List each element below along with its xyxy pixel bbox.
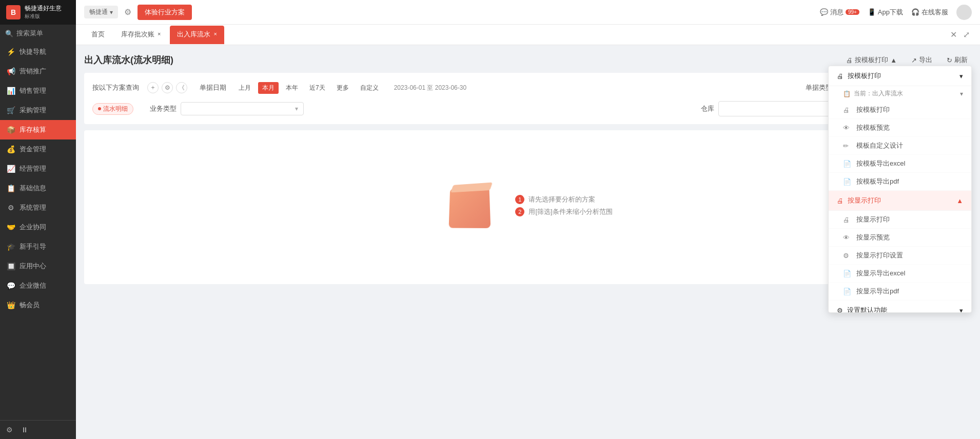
display-print-header-icon: 🖨	[837, 197, 844, 205]
message-button[interactable]: 💬 消息 99+	[820, 8, 859, 17]
filter-settings-button[interactable]: ⚙	[162, 82, 173, 93]
date-btn-more[interactable]: 更多	[332, 82, 353, 94]
topbar-gear-icon[interactable]: ⚙	[124, 7, 131, 17]
sidebar-item-label: 企业微信	[19, 281, 46, 290]
page-content: 出入库流水(流水明细) 🖨 按模板打印 ▲ ↗ 导出 ↻ 刷新	[76, 45, 980, 439]
search-icon: 🔍	[5, 30, 13, 37]
tab-close-all-button[interactable]: ✕	[948, 28, 959, 42]
tab-expand-button[interactable]: ⤢	[961, 28, 972, 42]
user-name: 畅捷通	[89, 8, 108, 16]
printer-icon: 🖨	[846, 56, 853, 64]
date-btn-7days[interactable]: 近7天	[305, 82, 329, 94]
template-print-item[interactable]: 🖨 按模板打印	[829, 101, 971, 119]
sidebar-item-appstore[interactable]: 🔲 应用中心	[0, 256, 76, 276]
display-print-label: 按显示打印	[856, 215, 890, 224]
current-arrow: ▾	[960, 90, 963, 97]
tip-num-1: 1	[515, 195, 524, 204]
sidebar-item-marketing[interactable]: 📢 营销推广	[0, 62, 76, 81]
user-avatar[interactable]	[956, 5, 972, 20]
section2-arrow: ▲	[956, 197, 963, 205]
date-filter-buttons: 上月 本月 本年 近7天 更多 自定义	[234, 82, 383, 94]
template-preview-label: 按模板预览	[856, 123, 890, 132]
template-excel-icon: 📄	[843, 160, 851, 168]
refresh-button[interactable]: ↻ 刷新	[943, 53, 972, 67]
sidebar-item-quick-nav[interactable]: ⚡ 快捷导航	[0, 42, 76, 62]
tab-batch-account[interactable]: 库存批次账 ×	[114, 26, 168, 44]
display-print-section-header[interactable]: 🖨 按显示打印 ▲	[829, 191, 971, 211]
sidebar-item-system[interactable]: ⚙ 系统管理	[0, 198, 76, 217]
tab-home[interactable]: 首页	[84, 26, 112, 44]
sidebar-settings-icon[interactable]: ⚙	[6, 426, 13, 434]
sidebar-item-guide[interactable]: 🎓 新手引导	[0, 237, 76, 256]
template-print-section-header[interactable]: 🖨 按模板打印 ▾	[829, 66, 971, 86]
warehouse-label: 仓库	[701, 104, 714, 113]
display-pdf-label: 按显示导出pdf	[856, 287, 899, 296]
warehouse-select[interactable]: ···	[718, 101, 841, 116]
display-settings-icon: ⚙	[843, 252, 851, 260]
template-preview-icon: 👁	[843, 124, 851, 132]
date-btn-this-month[interactable]: 本月	[258, 82, 279, 94]
filter-actions: + ⚙ 《	[147, 82, 187, 93]
default-settings-label: 设置默认功能	[847, 306, 887, 312]
sidebar-item-collab[interactable]: 🤝 企业协同	[0, 217, 76, 237]
display-excel-item[interactable]: 📄 按显示导出excel	[829, 265, 971, 283]
filter-collapse-icon[interactable]: 《	[176, 82, 187, 93]
sidebar-search[interactable]: 🔍 搜索菜单	[0, 25, 76, 42]
sidebar-item-wechat[interactable]: 💬 企业微信	[0, 276, 76, 295]
default-settings-icon: ⚙	[837, 307, 843, 313]
sidebar-toggle-icon[interactable]: ⏸	[21, 426, 28, 434]
sidebar-item-label: 库存核算	[19, 125, 46, 134]
tab-flow-close[interactable]: ×	[213, 31, 217, 37]
app-download-button[interactable]: 📱 App下载	[868, 8, 903, 17]
template-preview-item[interactable]: 👁 按模板预览	[829, 119, 971, 137]
dropdown-arrow-icon: ▾	[110, 9, 113, 16]
display-print-settings-item[interactable]: ⚙ 按显示打印设置	[829, 247, 971, 265]
current-template-icon: 📋	[843, 90, 851, 97]
sidebar-item-label: 系统管理	[19, 203, 46, 212]
quick-nav-icon: ⚡	[6, 48, 15, 56]
sidebar-item-basic[interactable]: 📋 基础信息	[0, 178, 76, 198]
message-icon: 💬	[820, 8, 828, 16]
refresh-icon: ↻	[947, 56, 952, 64]
trial-button[interactable]: 体验行业方案	[138, 5, 192, 20]
marketing-icon: 📢	[6, 67, 15, 75]
sidebar-item-finance[interactable]: 💰 资金管理	[0, 139, 76, 159]
display-pdf-item[interactable]: 📄 按显示导出pdf	[829, 283, 971, 301]
date-btn-custom[interactable]: 自定义	[356, 82, 383, 94]
sidebar-item-label: 畅会员	[19, 301, 40, 310]
sidebar-item-vip[interactable]: 👑 畅会员	[0, 295, 76, 315]
app-download-label: App下载	[878, 8, 903, 17]
filter-add-button[interactable]: +	[147, 82, 159, 93]
app-download-icon: 📱	[868, 8, 876, 16]
topbar-user[interactable]: 畅捷通 ▾	[84, 6, 118, 18]
date-btn-this-year[interactable]: 本年	[282, 82, 302, 94]
print-template-label: 按模板打印	[855, 55, 888, 65]
empty-tip-2: 2 用[筛选]条件来缩小分析范围	[515, 207, 612, 216]
sidebar-nav: ⚡ 快捷导航 📢 营销推广 📊 销售管理 🛒 采购管理 📦 库存核算 💰 资金管…	[0, 42, 76, 420]
finance-icon: 💰	[6, 145, 15, 153]
template-print-label: 按模板打印	[856, 105, 890, 114]
sidebar-item-operation[interactable]: 📈 经营管理	[0, 159, 76, 178]
template-excel-item[interactable]: 📄 按模板导出excel	[829, 155, 971, 173]
sidebar-item-sales[interactable]: 📊 销售管理	[0, 81, 76, 101]
sidebar-item-inventory[interactable]: 📦 库存核算	[0, 120, 76, 139]
sales-icon: 📊	[6, 87, 15, 95]
display-print-item[interactable]: 🖨 按显示打印	[829, 211, 971, 229]
tip-text-1: 请先选择要分析的方案	[528, 195, 595, 204]
business-type-select[interactable]: ▾	[181, 102, 304, 115]
display-preview-item[interactable]: 👁 按显示预览	[829, 229, 971, 247]
tab-batch-close[interactable]: ×	[158, 31, 161, 37]
section1-arrow: ▾	[959, 72, 963, 80]
print-template-button[interactable]: 🖨 按模板打印 ▲	[842, 53, 901, 67]
template-custom-item[interactable]: ✏ 模板自定义设计	[829, 137, 971, 155]
online-service-button[interactable]: 🎧 在线客服	[911, 8, 948, 17]
date-btn-last-month[interactable]: 上月	[234, 82, 255, 94]
operation-icon: 📈	[6, 165, 15, 173]
tab-flow[interactable]: 出入库流水 ×	[170, 26, 224, 44]
export-button[interactable]: ↗ 导出	[907, 53, 936, 67]
export-label: 导出	[919, 55, 932, 65]
default-settings-section-header[interactable]: ⚙ 设置默认功能 ▾	[829, 301, 971, 312]
message-label: 消息	[830, 8, 844, 17]
template-pdf-item[interactable]: 📄 按模板导出pdf	[829, 173, 971, 191]
sidebar-item-purchase[interactable]: 🛒 采购管理	[0, 101, 76, 120]
